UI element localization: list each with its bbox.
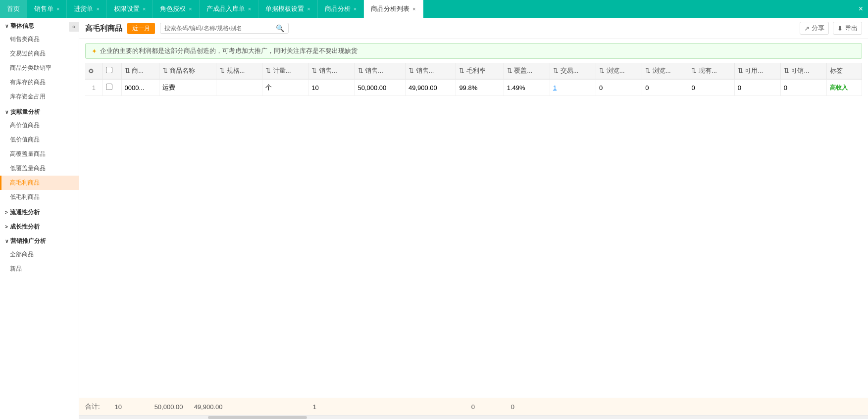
sidebar-item-0-4[interactable]: 库存资金占用 xyxy=(0,90,79,104)
page-title: 高毛利商品 xyxy=(85,24,122,33)
nav-item-5[interactable]: 产成品入库单× xyxy=(200,0,258,18)
search-input[interactable] xyxy=(164,25,276,32)
sidebar-item-0-2[interactable]: 商品分类助销率 xyxy=(0,61,79,75)
tip-icon: ✦ xyxy=(92,47,97,55)
sidebar-section-3[interactable]: >成长性分析 xyxy=(0,219,79,233)
nav-close-1[interactable]: × xyxy=(56,6,59,12)
sidebar-item-1-0[interactable]: 高价值商品 xyxy=(0,118,79,133)
sidebar-item-1-3[interactable]: 低覆盖量商品 xyxy=(0,161,79,176)
close-all-button[interactable]: × xyxy=(859,4,863,13)
footer-spacer3 xyxy=(348,403,387,411)
row-check[interactable] xyxy=(106,84,112,90)
footer-values: 10 50,000.00 49,900.00 1 0 0 xyxy=(110,403,546,411)
nav-close-7[interactable]: × xyxy=(354,6,357,12)
info-banner-text: 企业的主要的利润都是这部分商品创造的，可考虑加大推广，同时关注库存是不要出现缺货 xyxy=(100,47,357,55)
sidebar-collapse-button[interactable]: « xyxy=(69,22,79,32)
col-header-1 xyxy=(102,63,121,79)
nav-item-1[interactable]: 销售单× xyxy=(27,0,67,18)
col-header-4[interactable]: ⇅ 规格... xyxy=(216,63,262,79)
col-header-3[interactable]: ⇅ 商品名称 xyxy=(159,63,216,79)
col-header-10[interactable]: ⇅ 覆盖... xyxy=(504,63,550,79)
sidebar-section-2[interactable]: >流通性分析 xyxy=(0,204,79,219)
col-header-6[interactable]: ⇅ 销售... xyxy=(308,63,355,79)
sidebar-item-1-4[interactable]: 高毛利商品 xyxy=(0,176,79,190)
top-navigation: 首页销售单×进货单×权限设置×角色授权×产成品入库单×单据模板设置×商品分析×商… xyxy=(0,0,868,18)
nav-close-3[interactable]: × xyxy=(143,6,146,12)
share-icon: ↗ xyxy=(804,25,810,32)
main-layout: « ∨整体信息销售类商品交易过的商品商品分类助销率有库存的商品库存资金占用∨贡献… xyxy=(0,18,868,419)
share-button[interactable]: ↗ 分享 xyxy=(800,22,829,35)
col-header-12[interactable]: ⇅ 浏览... xyxy=(596,63,642,79)
row-sales3: 49,900.00 xyxy=(405,79,456,96)
scrollbar-thumb[interactable] xyxy=(208,416,307,419)
nav-item-6[interactable]: 单据模板设置× xyxy=(258,0,317,18)
share-label: 分享 xyxy=(812,24,824,33)
horizontal-scrollbar[interactable] xyxy=(79,415,868,419)
sidebar-item-0-3[interactable]: 有库存的商品 xyxy=(0,75,79,90)
nav-item-7[interactable]: 商品分析× xyxy=(318,0,364,18)
footer-sales3: 49,900.00 xyxy=(189,403,229,411)
row-spec xyxy=(216,79,262,96)
row-code: 0000... xyxy=(121,79,159,96)
nav-item-4[interactable]: 角色授权× xyxy=(153,0,199,18)
sidebar-item-4-1[interactable]: 新品 xyxy=(0,262,79,276)
search-box: 🔍 xyxy=(160,23,289,34)
col-header-7[interactable]: ⇅ 销售... xyxy=(355,63,405,79)
content-header: 高毛利商品 近一月 🔍 ↗ 分享 ⬇ 导出 xyxy=(79,18,868,39)
nav-item-0[interactable]: 首页 xyxy=(0,0,27,18)
row-trade[interactable]: 1 xyxy=(550,79,596,96)
row-gross-rate: 99.8% xyxy=(456,79,504,96)
section-arrow-2: > xyxy=(5,210,8,215)
sidebar-section-1[interactable]: ∨贡献量分析 xyxy=(0,104,79,118)
sidebar-item-1-5[interactable]: 低毛利商品 xyxy=(0,190,79,204)
header-actions: ↗ 分享 ⬇ 导出 xyxy=(800,22,862,35)
row-browse1: 0 xyxy=(596,79,642,96)
nav-item-3[interactable]: 权限设置× xyxy=(107,0,153,18)
nav-close-6[interactable]: × xyxy=(307,6,310,12)
row-name: 运费 xyxy=(159,79,216,96)
nav-close-4[interactable]: × xyxy=(189,6,192,12)
data-table: ⚙⇅ 商...⇅ 商品名称⇅ 规格...⇅ 计量...⇅ 销售...⇅ 销售..… xyxy=(85,63,862,96)
footer-spacer1 xyxy=(229,403,268,411)
info-banner: ✦ 企业的主要的利润都是这部分商品创造的，可考虑加大推广，同时关注库存是不要出现… xyxy=(85,43,862,59)
export-button[interactable]: ⬇ 导出 xyxy=(833,22,862,35)
row-sales2: 50,000.00 xyxy=(355,79,405,96)
footer-available: 0 xyxy=(466,403,506,411)
sidebar-item-1-2[interactable]: 高覆盖量商品 xyxy=(0,147,79,161)
col-header-17: 标签 xyxy=(827,63,862,79)
sidebar-section-4[interactable]: ∨营销推广分析 xyxy=(0,233,79,247)
col-header-11[interactable]: ⇅ 交易... xyxy=(550,63,596,79)
row-coverage: 1.49% xyxy=(504,79,550,96)
select-all-checkbox[interactable] xyxy=(106,67,112,73)
footer-saleable: 0 xyxy=(506,403,546,411)
col-header-14[interactable]: ⇅ 现有... xyxy=(688,63,734,79)
nav-close-5[interactable]: × xyxy=(248,6,251,12)
col-header-2[interactable]: ⇅ 商... xyxy=(121,63,159,79)
content-area: 高毛利商品 近一月 🔍 ↗ 分享 ⬇ 导出 ✦ 企业的主要的利润都是这部分商品创… xyxy=(79,18,868,419)
col-header-5[interactable]: ⇅ 计量... xyxy=(262,63,308,79)
col-header-9[interactable]: ⇅ 毛利率 xyxy=(456,63,504,79)
sidebar-item-0-0[interactable]: 销售类商品 xyxy=(0,32,79,47)
section-arrow-1: ∨ xyxy=(5,109,8,115)
nav-close-2[interactable]: × xyxy=(96,6,99,12)
sidebar-item-1-1[interactable]: 低价值商品 xyxy=(0,133,79,147)
row-browse2: 0 xyxy=(642,79,688,96)
sidebar-section-0[interactable]: ∨整体信息 xyxy=(0,18,79,32)
row-num: 1 xyxy=(85,79,102,96)
col-header-0: ⚙ xyxy=(85,63,102,79)
search-icon[interactable]: 🔍 xyxy=(276,24,284,32)
section-arrow-4: ∨ xyxy=(5,238,8,244)
sidebar-item-4-0[interactable]: 全部商品 xyxy=(0,247,79,262)
col-header-16[interactable]: ⇅ 可销... xyxy=(780,63,826,79)
nav-item-2[interactable]: 进货单× xyxy=(67,0,106,18)
sidebar-item-0-1[interactable]: 交易过的商品 xyxy=(0,47,79,61)
col-header-15[interactable]: ⇅ 可用... xyxy=(734,63,780,79)
col-header-13[interactable]: ⇅ 浏览... xyxy=(642,63,688,79)
col-header-8[interactable]: ⇅ 销售... xyxy=(405,63,456,79)
filter-recent-month-button[interactable]: 近一月 xyxy=(127,23,155,34)
nav-close-8[interactable]: × xyxy=(412,6,415,12)
row-checkbox[interactable] xyxy=(102,79,121,96)
trade-link[interactable]: 1 xyxy=(553,84,557,92)
section-arrow-3: > xyxy=(5,224,8,230)
nav-item-8[interactable]: 商品分析列表× xyxy=(364,0,423,18)
